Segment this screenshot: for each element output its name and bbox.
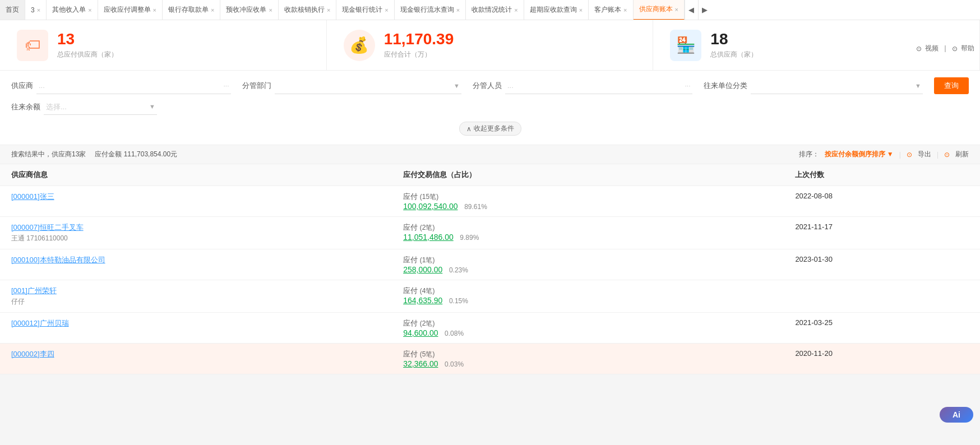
export-button[interactable]: 导出 bbox=[918, 150, 931, 159]
nav-tab-12[interactable]: 供应商账本 × bbox=[634, 0, 685, 20]
nav-tab-10[interactable]: 超期应收款查询 × bbox=[524, 0, 589, 20]
nav-tab-11[interactable]: 客户账本 × bbox=[589, 0, 633, 20]
amount-link-1[interactable]: 11,051,486.00 bbox=[403, 233, 454, 242]
sort-down-icon: ▼ bbox=[887, 150, 894, 158]
pct-5: 0.03% bbox=[445, 360, 464, 368]
tab-close-5[interactable]: × bbox=[269, 7, 272, 13]
nav-tab-8[interactable]: 现金银行流水查询 × bbox=[395, 0, 466, 20]
dept-input[interactable] bbox=[275, 78, 452, 94]
supplier-link-5[interactable]: [000002]李四 bbox=[11, 350, 54, 358]
summary-card-suppliers: 🏷 13 总应付供应商（家） bbox=[0, 20, 327, 70]
nav-tab-2[interactable]: 其他收入单 × bbox=[47, 0, 98, 20]
tab-close-1[interactable]: × bbox=[37, 7, 40, 13]
person-search-icon[interactable]: ··· bbox=[683, 82, 692, 90]
nav-tab-4[interactable]: 银行存取款单 × bbox=[163, 0, 220, 20]
balance-input[interactable] bbox=[44, 99, 147, 114]
person-input[interactable] bbox=[505, 78, 683, 94]
last-payment-cell-2: 2023-01-30 bbox=[784, 249, 980, 280]
category-dropdown-icon[interactable]: ▼ bbox=[913, 82, 923, 89]
table-row: [000012]广州贝瑞 应付 (2笔) 94,600.00 0.08% 202… bbox=[0, 313, 980, 344]
tab-close-6[interactable]: × bbox=[327, 7, 330, 13]
tab-close-10[interactable]: × bbox=[579, 7, 583, 13]
nav-tab-7[interactable]: 现金银行统计 × bbox=[336, 0, 394, 20]
tab-label-3: 应收应付调整单 bbox=[104, 5, 151, 15]
total-suppliers-label: 总供应商（家） bbox=[710, 50, 757, 59]
table-body: [000001]张三 应付 (15笔) 100,092,540.00 89.61… bbox=[0, 186, 980, 374]
dept-dropdown-icon[interactable]: ▼ bbox=[452, 82, 461, 89]
balance-dropdown-icon[interactable]: ▼ bbox=[147, 103, 157, 110]
refresh-button[interactable]: 刷新 bbox=[955, 150, 969, 159]
amount-link-0[interactable]: 100,092,540.00 bbox=[403, 202, 457, 211]
sort-value[interactable]: 按应付余额倒序排序 ▼ bbox=[825, 150, 894, 159]
tab-close-12[interactable]: × bbox=[675, 6, 678, 13]
ai-badge[interactable]: Ai bbox=[940, 407, 973, 423]
divider2: | bbox=[899, 151, 901, 159]
tab-close-8[interactable]: × bbox=[456, 7, 460, 13]
supplier-input[interactable] bbox=[36, 78, 221, 94]
th-tx: 应付交易信息（占比） bbox=[392, 164, 784, 186]
tx-amount-row-0: 100,092,540.00 89.61% bbox=[403, 202, 773, 211]
tx-label-3: 应付 (4笔) bbox=[403, 286, 773, 296]
tab-close-2[interactable]: × bbox=[88, 7, 91, 13]
amount-link-4[interactable]: 94,600.00 bbox=[403, 328, 438, 337]
pct-4: 0.08% bbox=[445, 330, 464, 337]
tab-close-7[interactable]: × bbox=[385, 7, 388, 13]
amount-link-5[interactable]: 32,366.00 bbox=[403, 359, 438, 368]
video-link[interactable]: 视频 bbox=[925, 44, 939, 53]
help-link[interactable]: 帮助 bbox=[961, 44, 974, 53]
tx-amount-row-2: 258,000.00 0.23% bbox=[403, 265, 773, 274]
tab-close-3[interactable]: × bbox=[153, 7, 156, 13]
nav-tab-1[interactable]: 3 × bbox=[25, 0, 47, 20]
export-icon: ⊙ bbox=[907, 151, 912, 159]
tx-amount-row-3: 164,635.90 0.15% bbox=[403, 296, 773, 305]
collapse-button[interactable]: ∧ 收起更多条件 bbox=[459, 122, 521, 136]
supplier-sub-1: 王通 17106110000 bbox=[11, 234, 381, 243]
balance-input-wrapper: ▼ bbox=[44, 99, 157, 115]
summary-bar: 🏷 13 总应付供应商（家） 💰 11,170.39 应付合计（万） 🏪 18 … bbox=[0, 20, 980, 71]
nav-tab-5[interactable]: 预收冲应收单 × bbox=[220, 0, 278, 20]
collapse-up-icon: ∧ bbox=[466, 125, 471, 133]
table-row: [000001]张三 应付 (15笔) 100,092,540.00 89.61… bbox=[0, 186, 980, 217]
th-supplier: 供应商信息 bbox=[0, 164, 392, 186]
filter-row-1: 供应商 ··· 分管部门 ▼ 分管人员 ··· bbox=[11, 77, 969, 94]
nav-tab-0[interactable]: 首页 bbox=[0, 0, 25, 20]
supplier-link-0[interactable]: [000001]张三 bbox=[11, 192, 54, 201]
nav-tab-6[interactable]: 收款核销执行 × bbox=[279, 0, 336, 20]
nav-tab-9[interactable]: 收款情况统计 × bbox=[466, 0, 524, 20]
amount-link-2[interactable]: 258,000.00 bbox=[403, 265, 442, 274]
person-label: 分管人员 bbox=[473, 81, 502, 91]
summary-text-amount: 11,170.39 应付合计（万） bbox=[384, 31, 454, 60]
supplier-link-3[interactable]: [001]广州荣轩 bbox=[11, 286, 57, 295]
balance-label: 往来余额 bbox=[11, 102, 40, 112]
tab-close-11[interactable]: × bbox=[623, 7, 627, 13]
tab-close-4[interactable]: × bbox=[211, 7, 214, 13]
total-payable-suppliers: 13 bbox=[57, 31, 118, 48]
tx-cell-2: 应付 (1笔) 258,000.00 0.23% bbox=[392, 249, 784, 280]
supplier-link-2[interactable]: [000100]本特勒油品有限公司 bbox=[11, 256, 105, 264]
tx-amount-row-4: 94,600.00 0.08% bbox=[403, 328, 773, 337]
supplier-search-icon[interactable]: ··· bbox=[221, 82, 230, 90]
nav-prev[interactable]: ◀ bbox=[685, 0, 698, 20]
filter-category: 往来单位分类 ▼ bbox=[704, 78, 923, 94]
tab-label-8: 现金银行流水查询 bbox=[400, 5, 454, 15]
sort-label: 排序： bbox=[799, 150, 819, 159]
supplier-link-4[interactable]: [000012]广州贝瑞 bbox=[11, 319, 69, 327]
table-header: 供应商信息 应付交易信息（占比） 上次付数 bbox=[0, 164, 980, 186]
last-payment-cell-5: 2020-11-20 bbox=[784, 344, 980, 374]
tx-cell-1: 应付 (2笔) 11,051,486.00 9.89% bbox=[392, 217, 784, 249]
amount-link-3[interactable]: 164,635.90 bbox=[403, 296, 442, 305]
dept-label: 分管部门 bbox=[242, 81, 271, 91]
supplier-link-1[interactable]: [000007]恒旺二手叉车 bbox=[11, 223, 84, 231]
tab-close-9[interactable]: × bbox=[514, 7, 517, 13]
tab-label-0: 首页 bbox=[6, 5, 19, 15]
result-bar: 搜索结果中，供应商13家 应付金额 111,703,854.00元 排序： 按应… bbox=[0, 145, 980, 164]
search-button[interactable]: 查询 bbox=[934, 77, 969, 94]
page-wrapper: 首页3 ×其他收入单 ×应收应付调整单 ×银行存取款单 ×预收冲应收单 ×收款核… bbox=[0, 0, 980, 445]
filter-balance: 往来余额 ▼ bbox=[11, 99, 157, 115]
nav-next[interactable]: ▶ bbox=[698, 0, 711, 20]
payable-suppliers-label: 总应付供应商（家） bbox=[57, 50, 118, 59]
table-row: [000100]本特勒油品有限公司 应付 (1笔) 258,000.00 0.2… bbox=[0, 249, 980, 280]
tab-label-9: 收款情况统计 bbox=[471, 5, 512, 15]
category-input[interactable] bbox=[751, 78, 914, 94]
nav-tab-3[interactable]: 应收应付调整单 × bbox=[98, 0, 163, 20]
